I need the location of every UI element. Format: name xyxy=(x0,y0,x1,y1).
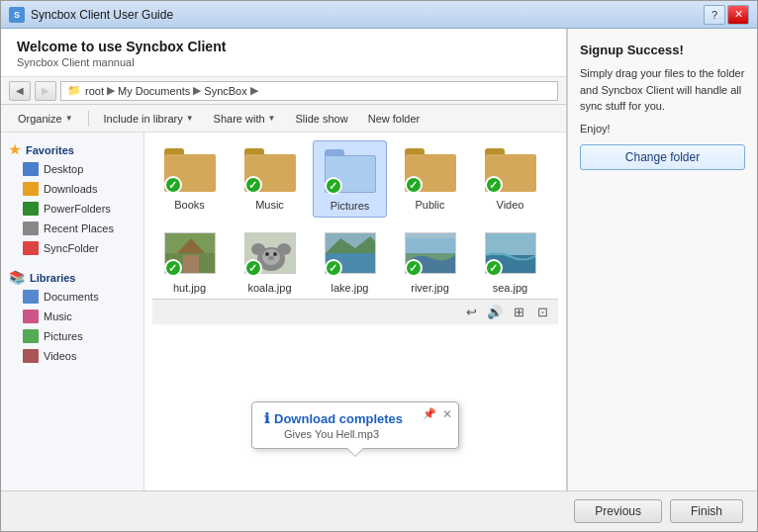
video-label: Video xyxy=(497,199,524,212)
toolbar-separator-1 xyxy=(88,111,89,127)
books-folder-icon: ✓ xyxy=(162,144,218,196)
hut-label: hut.jpg xyxy=(173,282,206,295)
window-controls: ? ✕ xyxy=(704,5,749,25)
sidebar-item-videos[interactable]: Videos xyxy=(1,346,143,366)
path-sep-2: ▶ xyxy=(193,84,201,97)
toolbar: Organize ▼ Include in library ▼ Share wi… xyxy=(1,105,566,133)
libraries-icon: 📚 xyxy=(9,270,25,285)
title-bar: S Syncbox Client User Guide ? ✕ xyxy=(1,1,757,29)
status-icon-4[interactable]: ⊡ xyxy=(532,303,552,322)
share-dropdown-arrow: ▼ xyxy=(268,114,276,123)
public-folder-icon: ✓ xyxy=(403,144,458,196)
signup-text: Simply drag your files to the folder and… xyxy=(580,65,745,115)
status-icon-3[interactable]: ⊞ xyxy=(509,303,528,322)
music-folder-icon: ✓ xyxy=(242,144,298,196)
sidebar-item-recent[interactable]: Recent Places xyxy=(1,219,143,238)
sea-label: sea.jpg xyxy=(493,282,527,295)
file-grid-inner: ✓ Books ✓ xyxy=(152,140,558,299)
file-item-music[interactable]: ✓ Music xyxy=(233,140,307,218)
help-button[interactable]: ? xyxy=(704,5,725,25)
syncfolder-icon xyxy=(23,241,39,255)
popup-arrow xyxy=(347,448,363,456)
file-grid: ✓ Books ✓ xyxy=(144,133,566,490)
popup-close-button[interactable]: ✕ xyxy=(442,407,452,421)
include-library-button[interactable]: Include in library ▼ xyxy=(95,108,203,130)
sidebar-item-music[interactable]: Music xyxy=(1,307,143,326)
organize-button[interactable]: Organize ▼ xyxy=(9,108,82,130)
file-item-koala[interactable]: ✓ koala.jpg xyxy=(233,223,307,299)
download-popup: ℹ Download completes Gives You Hell.mp3 … xyxy=(251,401,459,449)
public-checkmark: ✓ xyxy=(405,176,423,194)
status-icon-2[interactable]: 🔊 xyxy=(485,303,505,322)
back-button[interactable]: ◀ xyxy=(9,81,31,101)
downloads-icon xyxy=(23,182,39,196)
river-checkmark: ✓ xyxy=(405,259,423,277)
welcome-subtitle: Syncbox Client mannual xyxy=(17,56,550,68)
slide-show-button[interactable]: Slide show xyxy=(286,108,356,130)
pictures-icon xyxy=(23,329,39,343)
svg-rect-20 xyxy=(486,233,536,255)
organize-dropdown-arrow: ▼ xyxy=(65,114,73,123)
file-item-hut[interactable]: ✓ hut.jpg xyxy=(152,223,227,299)
path-folder-icon: 📁 xyxy=(67,84,81,97)
svg-point-9 xyxy=(265,252,269,256)
powerfolders-icon xyxy=(23,202,39,216)
sidebar-item-desktop[interactable]: Desktop xyxy=(1,159,143,179)
file-item-pictures[interactable]: ✓ Pictures xyxy=(313,140,387,218)
change-folder-button[interactable]: Change folder xyxy=(580,144,745,170)
sidebar-item-pictures[interactable]: Pictures xyxy=(1,326,143,346)
popup-info-icon: ℹ xyxy=(264,410,269,426)
close-button[interactable]: ✕ xyxy=(727,5,749,25)
address-bar: ◀ ▶ 📁 root ▶ My Documents ▶ SyncBox ▶ xyxy=(1,77,566,105)
address-path[interactable]: 📁 root ▶ My Documents ▶ SyncBox ▶ xyxy=(60,81,558,101)
file-item-books[interactable]: ✓ Books xyxy=(152,140,227,218)
river-icon: ✓ xyxy=(403,227,458,279)
new-folder-button[interactable]: New folder xyxy=(359,108,429,130)
music-label: Music xyxy=(255,199,284,212)
path-syncbox: SyncBox xyxy=(204,85,246,97)
file-item-lake[interactable]: ✓ lake.jpg xyxy=(313,223,387,299)
favorites-star-icon: ★ xyxy=(9,142,21,157)
status-icon-1[interactable]: ↩ xyxy=(461,303,481,322)
file-item-video[interactable]: ✓ Video xyxy=(473,140,547,218)
music-checkmark: ✓ xyxy=(244,176,262,194)
popup-pin-button[interactable]: 📌 xyxy=(423,407,436,420)
public-label: Public xyxy=(416,199,445,212)
finish-button[interactable]: Finish xyxy=(670,499,743,523)
file-item-public[interactable]: ✓ Public xyxy=(393,140,467,218)
sidebar-item-powerfolders[interactable]: PowerFolders xyxy=(1,199,143,219)
path-mydocs: My Documents xyxy=(118,85,190,97)
share-with-button[interactable]: Share with ▼ xyxy=(205,108,285,130)
pictures-checkmark: ✓ xyxy=(325,177,342,195)
svg-rect-3 xyxy=(183,255,199,274)
bottom-bar: Previous Finish xyxy=(1,490,757,531)
signup-title: Signup Success! xyxy=(580,43,745,57)
path-sep-1: ▶ xyxy=(107,84,115,97)
app-icon: S xyxy=(9,7,25,23)
svg-point-7 xyxy=(277,243,291,255)
music-icon xyxy=(23,310,39,323)
lake-label: lake.jpg xyxy=(332,282,369,295)
previous-button[interactable]: Previous xyxy=(574,499,662,523)
file-item-sea[interactable]: ✓ sea.jpg xyxy=(473,223,547,299)
library-dropdown-arrow: ▼ xyxy=(186,114,194,123)
pictures-label: Pictures xyxy=(331,200,370,213)
sidebar-item-downloads[interactable]: Downloads xyxy=(1,179,143,199)
favorites-section: ★ Favorites xyxy=(1,138,143,159)
video-checkmark: ✓ xyxy=(485,176,503,194)
popup-title: ℹ Download completes xyxy=(264,410,446,426)
koala-icon: ✓ xyxy=(242,227,298,279)
video-folder-icon: ✓ xyxy=(483,144,538,196)
popup-subtitle: Gives You Hell.mp3 xyxy=(264,428,446,440)
window-title: Syncbox Client User Guide xyxy=(31,8,704,22)
recent-icon xyxy=(23,222,39,235)
documents-icon xyxy=(23,290,39,304)
welcome-title: Welcome to use Syncbox Client xyxy=(17,39,550,54)
welcome-header: Welcome to use Syncbox Client Syncbox Cl… xyxy=(1,29,566,77)
forward-button[interactable]: ▶ xyxy=(35,81,56,101)
file-item-river[interactable]: ✓ river.jpg xyxy=(393,223,467,299)
lake-checkmark: ✓ xyxy=(325,259,342,277)
sidebar-item-syncfolder[interactable]: SyncFolder xyxy=(1,238,143,258)
sidebar-item-documents[interactable]: Documents xyxy=(1,287,143,307)
explorer-panel: Welcome to use Syncbox Client Syncbox Cl… xyxy=(1,29,567,490)
